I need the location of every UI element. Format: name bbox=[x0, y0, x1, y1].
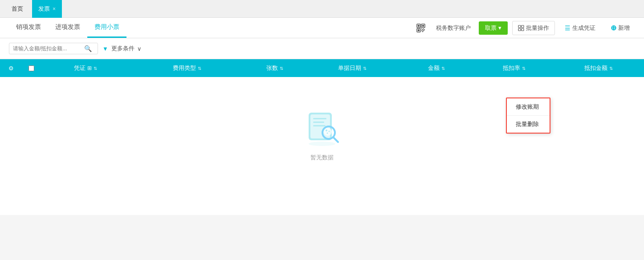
expense-ticket-label: 费用小票 bbox=[94, 23, 119, 31]
more-filter-arrow: ∨ bbox=[137, 45, 142, 52]
svg-rect-6 bbox=[421, 28, 422, 29]
tab-home[interactable]: 首页 bbox=[4, 0, 30, 18]
amount-sort-icon: ⇅ bbox=[441, 66, 445, 71]
th-count[interactable]: 张数 ⇅ bbox=[243, 59, 307, 77]
main-content: 暂无数据 修改账期 批量删除 bbox=[0, 77, 644, 215]
svg-rect-20 bbox=[313, 118, 326, 119]
filter-bar: 🔍 ▼ 更多条件 ∨ bbox=[0, 38, 644, 59]
tab-invoice-label: 发票 bbox=[38, 5, 50, 13]
svg-rect-1 bbox=[418, 25, 420, 27]
svg-point-17 bbox=[309, 142, 335, 146]
select-all-checkbox[interactable] bbox=[29, 65, 34, 71]
svg-point-24 bbox=[324, 128, 332, 136]
expense-sort-icon: ⇅ bbox=[198, 66, 201, 71]
th-settings[interactable]: ⚙ bbox=[0, 59, 22, 77]
table-header: ⚙ 凭证 ⊞ ⇅ 费用类型 ⇅ 张数 ⇅ 单据日期 ⇅ 金额 ⇅ 抵扣率 ⇅ 抵… bbox=[0, 59, 644, 77]
add-new-label: 新增 bbox=[618, 24, 630, 32]
svg-rect-15 bbox=[518, 28, 521, 31]
more-filter-label: 更多条件 bbox=[111, 45, 135, 53]
rate-sort-icon: ⇅ bbox=[522, 66, 526, 71]
svg-point-28 bbox=[327, 133, 328, 134]
th-voucher[interactable]: 凭证 ⊞ ⇅ bbox=[40, 59, 131, 77]
svg-point-27 bbox=[329, 131, 330, 132]
svg-rect-16 bbox=[522, 28, 524, 31]
qr-icon bbox=[416, 23, 426, 33]
svg-rect-8 bbox=[421, 30, 422, 31]
svg-rect-7 bbox=[423, 28, 424, 29]
batch-operation-button[interactable]: 批量操作 bbox=[512, 21, 555, 35]
deduct-label: 抵扣金额 bbox=[584, 64, 607, 72]
generate-voucher-button[interactable]: ☰ 生成凭证 bbox=[559, 21, 601, 35]
sidebar-item-expense[interactable]: 费用小票 bbox=[87, 18, 126, 38]
dropdown-item-modify-period[interactable]: 修改账期 bbox=[507, 98, 550, 115]
sub-nav-left: 销项发票 进项发票 费用小票 bbox=[9, 18, 126, 38]
svg-rect-12 bbox=[422, 31, 423, 32]
svg-rect-21 bbox=[313, 122, 324, 123]
voucher-sort-icon: ⇅ bbox=[94, 66, 97, 71]
tab-invoice[interactable]: 发票 × bbox=[32, 0, 62, 18]
filter-icon: ▼ bbox=[102, 45, 108, 52]
count-sort-icon: ⇅ bbox=[280, 66, 283, 71]
sidebar-item-purchase[interactable]: 进项发票 bbox=[48, 18, 87, 38]
search-input[interactable] bbox=[13, 45, 84, 52]
th-checkbox[interactable] bbox=[22, 59, 40, 77]
date-label: 单据日期 bbox=[338, 64, 361, 72]
sales-invoice-label: 销项发票 bbox=[16, 23, 41, 31]
svg-point-26 bbox=[326, 130, 327, 131]
th-deduct[interactable]: 抵扣金额 ⇅ bbox=[553, 59, 644, 77]
svg-rect-14 bbox=[522, 25, 524, 28]
search-icon[interactable]: 🔍 bbox=[84, 45, 92, 52]
deduct-sort-icon: ⇅ bbox=[609, 66, 613, 71]
th-amount[interactable]: 金额 ⇅ bbox=[398, 59, 475, 77]
dropdown-item-batch-delete[interactable]: 批量删除 bbox=[507, 115, 550, 133]
th-expense-type[interactable]: 费用类型 ⇅ bbox=[131, 59, 243, 77]
generate-voucher-label: 生成凭证 bbox=[572, 24, 595, 32]
expense-type-label: 费用类型 bbox=[173, 64, 196, 72]
svg-line-25 bbox=[333, 137, 338, 142]
tab-invoice-close[interactable]: × bbox=[53, 6, 56, 12]
batch-icon bbox=[518, 25, 524, 31]
svg-rect-3 bbox=[422, 25, 424, 27]
add-new-button[interactable]: ⊕ 新增 bbox=[605, 21, 635, 35]
svg-rect-10 bbox=[422, 29, 423, 30]
more-filter-button[interactable]: ▼ 更多条件 ∨ bbox=[102, 45, 142, 53]
batch-dropdown-menu: 修改账期 批量删除 bbox=[506, 98, 550, 134]
svg-rect-5 bbox=[418, 29, 420, 31]
top-tab-bar: 首页 发票 × bbox=[0, 0, 644, 18]
empty-illustration bbox=[300, 104, 344, 148]
empty-text: 暂无数据 bbox=[310, 154, 334, 162]
th-rate[interactable]: 抵扣率 ⇅ bbox=[475, 59, 553, 77]
sidebar-item-sales[interactable]: 销项发票 bbox=[9, 18, 48, 38]
voucher-grid-icon: ⊞ bbox=[87, 65, 92, 71]
rate-label: 抵扣率 bbox=[503, 64, 520, 72]
voucher-label: 凭证 bbox=[74, 64, 86, 72]
add-icon: ⊕ bbox=[611, 24, 616, 32]
qr-code-button[interactable] bbox=[414, 21, 428, 35]
svg-rect-13 bbox=[518, 25, 521, 28]
purchase-invoice-label: 进项发票 bbox=[55, 23, 80, 31]
get-ticket-arrow: ▾ bbox=[498, 24, 501, 31]
count-label: 张数 bbox=[266, 64, 278, 72]
amount-label: 金额 bbox=[428, 64, 440, 72]
settings-icon: ⚙ bbox=[8, 65, 14, 72]
get-ticket-button[interactable]: 取票 ▾ bbox=[479, 21, 508, 35]
sub-nav: 销项发票 进项发票 费用小票 bbox=[0, 18, 644, 38]
generate-voucher-icon: ☰ bbox=[565, 24, 571, 32]
get-ticket-label: 取票 bbox=[485, 24, 497, 32]
tax-account-button[interactable]: 税务数字账户 bbox=[432, 24, 474, 32]
sub-nav-right: 税务数字账户 取票 ▾ 批量操作 ☰ 生成凭证 ⊕ 新增 bbox=[414, 21, 635, 35]
svg-rect-11 bbox=[424, 29, 425, 30]
th-date[interactable]: 单据日期 ⇅ bbox=[307, 59, 398, 77]
svg-rect-22 bbox=[313, 125, 326, 126]
svg-rect-9 bbox=[423, 30, 424, 31]
batch-operation-label: 批量操作 bbox=[526, 24, 549, 32]
search-wrap: 🔍 bbox=[9, 43, 98, 54]
date-sort-icon: ⇅ bbox=[363, 66, 367, 71]
